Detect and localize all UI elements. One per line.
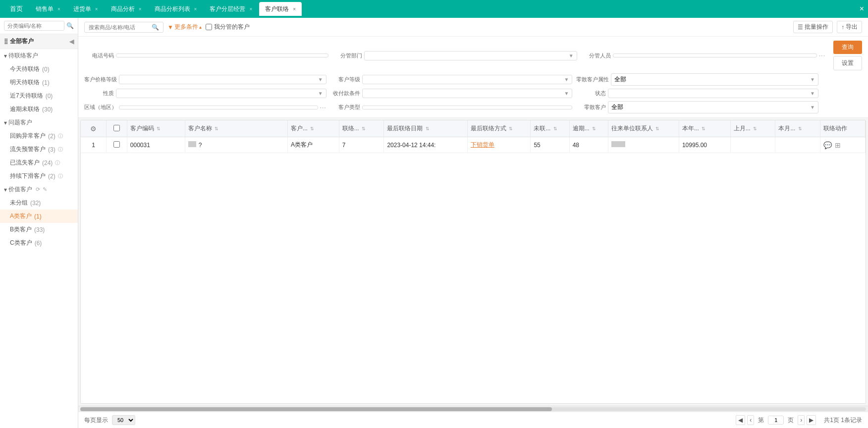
th-name[interactable]: 客户名称 ⇅ (185, 120, 287, 137)
sidebar-item-overdue[interactable]: 逾期未联络 (30) (0, 103, 78, 116)
scrollbar-thumb[interactable] (80, 407, 552, 411)
qr-icon[interactable]: ⊞ (835, 141, 841, 149)
sidebar-collapse-icon[interactable]: ◀ (69, 38, 74, 45)
export-btn[interactable]: ↑ 导出 (837, 21, 862, 33)
sidebar-all-customers-header[interactable]: ⣿ 全部客户 ◀ (0, 34, 78, 49)
nav-tab-purchase[interactable]: 进货单 × (67, 2, 104, 16)
batch-ops-btn[interactable]: ☰ 批量操作 (793, 21, 833, 33)
sidebar-item-churned[interactable]: 已流失客户 (24) ⓘ (0, 156, 78, 169)
nav-tab-customer-mgmt[interactable]: 客户分层经营 × (204, 2, 258, 16)
row-name-text: ? (199, 142, 202, 149)
filter-nature-input[interactable]: ▼ (116, 89, 326, 98)
nav-tab-analysis[interactable]: 商品分析 × (105, 2, 148, 16)
sidebar-value-edit-icon[interactable]: ✎ (43, 186, 47, 193)
nav-tab-sales-close[interactable]: × (57, 6, 60, 12)
sidebar-item-abnormal[interactable]: 回购异常客户 (2) ⓘ (0, 129, 78, 143)
nav-tab-analysis-list[interactable]: 商品分析列表 × (149, 2, 203, 16)
th-lastmonth-sort: ⇅ (753, 126, 757, 131)
sidebar-item-churn-warning[interactable]: 流失预警客户 (3) ⓘ (0, 143, 78, 156)
row-lastway[interactable]: 下销货单 (471, 141, 494, 148)
horizontal-scrollbar[interactable] (78, 406, 868, 412)
nav-tab-customer-contact[interactable]: 客户联络 × (259, 2, 302, 16)
th-lastway[interactable]: 最后联络方式 ⇅ (467, 120, 530, 137)
nav-tab-sales[interactable]: 销售单 × (30, 2, 66, 16)
filter-search-input[interactable] (89, 24, 150, 30)
sidebar-item-unclassified[interactable]: 未分组 (32) (0, 196, 78, 210)
sidebar-item-class-c[interactable]: C类客户 (6) (0, 236, 78, 250)
first-page-btn[interactable]: ◀ (736, 415, 745, 425)
nav-tab-analysis-list-close[interactable]: × (194, 6, 197, 12)
more-conditions-btn[interactable]: ▼ 更多条件 ▴ (167, 23, 202, 31)
sidebar-value-arrow: ▾ (4, 186, 7, 193)
th-nocontact[interactable]: 未联... ⇅ (531, 120, 569, 137)
sidebar-item-tomorrow[interactable]: 明天待联络 (1) (0, 76, 78, 89)
filter-region-input[interactable] (119, 106, 318, 109)
sidebar-item-class-a[interactable]: A类客户 (1) (0, 210, 78, 223)
sidebar-pending-section[interactable]: ▾ 待联络客户 (0, 49, 78, 62)
last-page-btn[interactable]: ▶ (807, 415, 816, 425)
th-lastdate[interactable]: 最后联络日期 ⇅ (384, 120, 468, 137)
my-customers-filter[interactable]: 我分管的客户 (206, 23, 250, 31)
per-page-select[interactable]: 50 (112, 415, 135, 425)
th-contact[interactable]: 联络... ⇅ (339, 120, 384, 137)
table-settings-icon[interactable]: ⚙ (90, 125, 97, 133)
table-select-all-checkbox[interactable] (113, 125, 120, 131)
page-input[interactable] (768, 416, 784, 425)
next-page-btn[interactable]: › (798, 415, 805, 425)
filter-retail-attr-input[interactable]: 全部 ▼ (611, 73, 818, 86)
sidebar-item-overdue-badge: (30) (42, 106, 53, 113)
settings-button[interactable]: 设置 (833, 56, 862, 70)
sidebar-item-class-c-badge: (6) (35, 240, 42, 247)
sidebar-item-tomorrow-label: 明天待联络 (10, 78, 40, 87)
filter-customer-level-input[interactable]: ▼ (362, 75, 573, 84)
sidebar-search-input[interactable] (4, 21, 64, 31)
sidebar-item-class-b[interactable]: B类客户 (33) (0, 223, 78, 236)
sidebar-search-icon[interactable]: 🔍 (66, 22, 74, 29)
filter-phone-input[interactable] (116, 54, 328, 57)
nav-tab-customer-contact-close[interactable]: × (293, 6, 296, 12)
filter-person-dots[interactable]: ··· (819, 52, 825, 59)
filter-retail-customer-input[interactable]: 全部 ▼ (608, 101, 818, 113)
nav-home[interactable]: 首页 (4, 2, 29, 16)
sidebar-value-section[interactable]: ▾ 价值客户 ⟳ ✎ (0, 183, 78, 196)
sidebar-item-today[interactable]: 今天待联络 (0) (0, 62, 78, 76)
filter-region-dots[interactable]: ··· (320, 104, 326, 111)
th-thisyear[interactable]: 本年... ⇅ (679, 120, 730, 137)
sidebar-item-7days[interactable]: 近7天待联络 (0) (0, 89, 78, 103)
filter-person-input[interactable] (613, 54, 817, 57)
filter-price-level-input[interactable]: ▼ (119, 75, 326, 84)
sidebar-item-tomorrow-badge: (1) (42, 79, 50, 86)
sidebar-problem-section[interactable]: ▾ 问题客户 (0, 116, 78, 129)
sidebar-item-class-a-label: A类客户 (10, 212, 32, 220)
th-ctype[interactable]: 客户... ⇅ (287, 120, 339, 137)
sidebar-item-declining[interactable]: 持续下滑客户 (2) ⓘ (0, 169, 78, 183)
th-overdue[interactable]: 逾期... ⇅ (569, 120, 608, 137)
prev-page-btn[interactable]: ‹ (747, 415, 754, 425)
filter-bar: 🔍 ▼ 更多条件 ▴ 我分管的客户 ☰ 批量操作 ↑ 导出 (78, 18, 868, 37)
filter-search-icon[interactable]: 🔍 (152, 24, 159, 31)
th-thismonth[interactable]: 本月... ⇅ (775, 120, 820, 137)
filter-nature-label: 性质 (84, 90, 114, 97)
filter-dept-input[interactable]: ▼ (364, 51, 577, 60)
sidebar-item-class-c-label: C类客户 (10, 239, 32, 247)
th-code-sort: ⇅ (157, 126, 161, 131)
my-customers-checkbox[interactable] (206, 24, 212, 30)
th-company-label: 往来单位联系人 (611, 125, 653, 132)
nav-tab-analysis-close[interactable]: × (139, 6, 142, 12)
nav-tab-customer-mgmt-close[interactable]: × (249, 6, 252, 12)
th-code[interactable]: 客户编码 ⇅ (127, 120, 185, 137)
row-checkbox[interactable] (113, 141, 120, 148)
filter-customer-type-input[interactable] (362, 106, 573, 109)
chat-icon[interactable]: 💬 (823, 141, 832, 149)
th-company[interactable]: 往来单位联系人 ⇅ (608, 120, 679, 137)
th-code-label: 客户编码 (130, 125, 154, 132)
sidebar-value-refresh-icon[interactable]: ⟳ (36, 186, 40, 193)
th-lastmonth[interactable]: 上月... ⇅ (730, 120, 775, 137)
scrollbar-track[interactable] (80, 407, 866, 411)
nav-tab-purchase-close[interactable]: × (95, 6, 98, 12)
sidebar-item-churned-badge: (24) (42, 160, 53, 166)
filter-status-input[interactable]: ▼ (608, 89, 818, 98)
close-all-tabs[interactable]: × (860, 4, 864, 13)
query-button[interactable]: 查询 (833, 41, 862, 54)
filter-payment-input[interactable]: ▼ (362, 89, 573, 98)
